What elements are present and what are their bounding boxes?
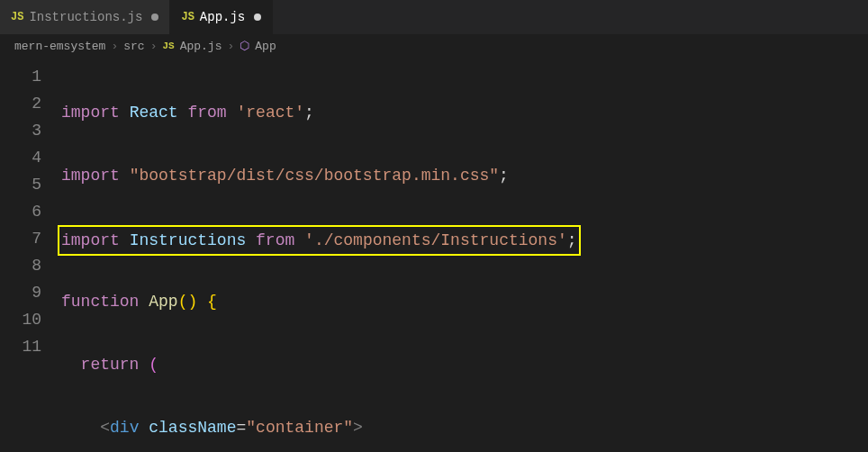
modified-dot-icon xyxy=(254,14,261,21)
code-line: import "bootstrap/dist/css/bootstrap.min… xyxy=(61,162,868,189)
line-number: 4 xyxy=(0,144,41,171)
code-area[interactable]: import React from 'react'; import "boots… xyxy=(61,63,868,452)
chevron-right-icon: › xyxy=(150,40,158,53)
line-number: 9 xyxy=(0,279,41,306)
symbol-icon: ⬡ xyxy=(240,39,249,53)
line-number: 7 xyxy=(0,225,41,252)
line-number: 1 xyxy=(0,63,41,90)
line-gutter: 1 2 3 4 5 6 7 8 9 10 11 xyxy=(0,63,61,452)
js-icon: JS xyxy=(162,41,174,51)
chevron-right-icon: › xyxy=(227,40,234,53)
highlight-annotation: import Instructions from './components/I… xyxy=(58,225,581,256)
breadcrumb-symbol[interactable]: App xyxy=(255,40,276,53)
tab-bar: JS Instructions.js JS App.js xyxy=(0,0,868,34)
tab-label: App.js xyxy=(200,10,245,24)
tab-app[interactable]: JS App.js xyxy=(170,0,273,34)
breadcrumb: mern-emsystem › src › JS App.js › ⬡ App xyxy=(0,34,868,58)
chevron-right-icon: › xyxy=(111,40,118,53)
code-line: return ( xyxy=(61,351,868,378)
code-editor[interactable]: 1 2 3 4 5 6 7 8 9 10 11 import React fro… xyxy=(0,58,868,452)
breadcrumb-file[interactable]: App.js xyxy=(180,40,222,53)
modified-dot-icon xyxy=(151,14,158,21)
code-line: <div className="container"> xyxy=(61,414,868,441)
code-line: import Instructions from './components/I… xyxy=(61,225,868,252)
tab-label: Instructions.js xyxy=(29,10,142,24)
js-icon: JS xyxy=(11,11,23,23)
breadcrumb-part[interactable]: mern-emsystem xyxy=(14,40,105,53)
line-number: 10 xyxy=(0,306,41,333)
tab-instructions[interactable]: JS Instructions.js xyxy=(0,0,170,34)
code-line: function App() { xyxy=(61,288,868,315)
code-line: import React from 'react'; xyxy=(61,99,868,126)
line-number: 8 xyxy=(0,252,41,279)
line-number: 5 xyxy=(0,171,41,198)
line-number: 11 xyxy=(0,333,41,360)
line-number: 3 xyxy=(0,117,41,144)
line-number: 6 xyxy=(0,198,41,225)
breadcrumb-part[interactable]: src xyxy=(123,40,144,53)
js-icon: JS xyxy=(181,11,194,23)
line-number: 2 xyxy=(0,90,41,117)
